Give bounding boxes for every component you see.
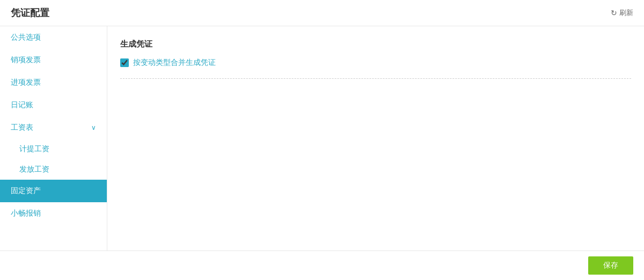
sidebar-item-label: 固定资产 xyxy=(11,186,41,196)
merge-by-type-checkbox[interactable] xyxy=(120,58,129,67)
checkbox-row: 按变动类型合并生成凭证 xyxy=(120,58,631,68)
sidebar: 公共选项销项发票进项发票日记账工资表∨计提工资发放工资固定资产小畅报销 xyxy=(0,26,107,250)
body: 公共选项销项发票进项发票日记账工资表∨计提工资发放工资固定资产小畅报销 生成凭证… xyxy=(0,26,644,250)
sidebar-item-label: 日记账 xyxy=(11,100,33,110)
sidebar-item-purchase-invoice[interactable]: 进项发票 xyxy=(0,71,107,94)
save-button[interactable]: 保存 xyxy=(588,256,633,275)
header: 凭证配置 ↻ 刷新 xyxy=(0,0,644,26)
sidebar-item-label: 公共选项 xyxy=(11,33,41,42)
chevron-down-icon: ∨ xyxy=(91,124,96,131)
section-divider xyxy=(120,78,631,79)
sidebar-item-pay-salary[interactable]: 发放工资 xyxy=(0,159,107,180)
sidebar-item-label: 发放工资 xyxy=(19,165,49,173)
refresh-button[interactable]: ↻ 刷新 xyxy=(611,8,633,18)
section-title: 生成凭证 xyxy=(120,39,631,49)
sidebar-item-fixed-assets[interactable]: 固定资产 xyxy=(0,180,107,202)
sidebar-item-label: 销项发票 xyxy=(11,55,41,65)
sidebar-item-commission[interactable]: 计提工资 xyxy=(0,139,107,159)
page-wrapper: 凭证配置 ↻ 刷新 公共选项销项发票进项发票日记账工资表∨计提工资发放工资固定资… xyxy=(0,0,644,280)
main-content: 生成凭证 按变动类型合并生成凭证 xyxy=(107,26,644,250)
page-title: 凭证配置 xyxy=(11,6,49,19)
refresh-label: 刷新 xyxy=(619,8,633,18)
sidebar-item-label: 计提工资 xyxy=(19,144,49,153)
sidebar-item-sales-invoice[interactable]: 销项发票 xyxy=(0,49,107,71)
footer: 保存 xyxy=(0,250,644,280)
sidebar-item-label: 小畅报销 xyxy=(11,209,41,218)
sidebar-item-expense-report[interactable]: 小畅报销 xyxy=(0,202,107,225)
refresh-icon: ↻ xyxy=(611,9,617,17)
sidebar-item-journal[interactable]: 日记账 xyxy=(0,94,107,116)
sidebar-item-payroll[interactable]: 工资表∨ xyxy=(0,116,107,139)
sidebar-item-label: 工资表 xyxy=(11,123,33,132)
sidebar-item-public-options[interactable]: 公共选项 xyxy=(0,26,107,49)
merge-by-type-label[interactable]: 按变动类型合并生成凭证 xyxy=(133,58,216,68)
sidebar-item-label: 进项发票 xyxy=(11,78,41,87)
